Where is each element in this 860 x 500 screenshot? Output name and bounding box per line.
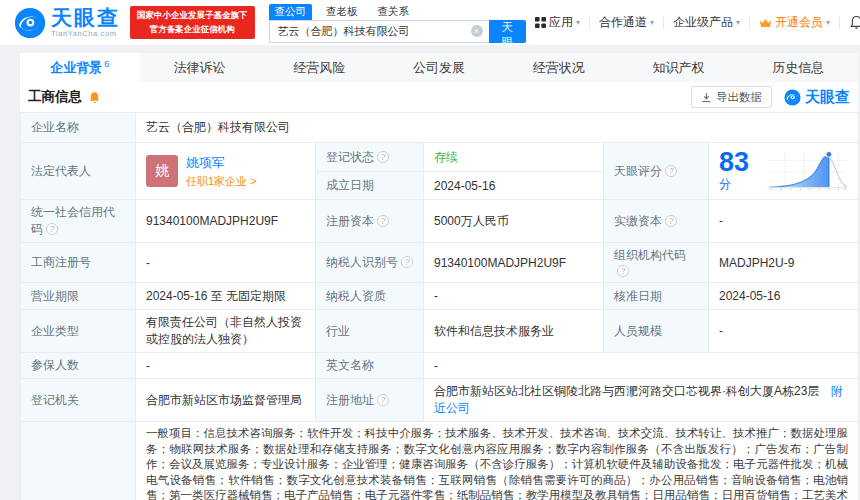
tab-operating-status[interactable]: 经营状况: [499, 53, 619, 82]
gov-certification-badge: 国家中小企业发展子基金旗下 官方备案企业征信机构: [130, 6, 255, 38]
legal-rep-companies-link[interactable]: 任职1家企业 >: [186, 175, 257, 187]
business-scope-value: 一般项目：信息技术咨询服务；软件开发；科技中介服务；技术服务、技术开发、技术咨询…: [136, 422, 859, 500]
search-button[interactable]: 天眼一下: [489, 20, 527, 43]
field-label-text: 组织机构代码: [614, 248, 686, 262]
table-row: 统一社会信用代码? 91340100MADJPH2U9F 注册资本? 5000万…: [21, 200, 859, 243]
tab-label: 公司发展: [413, 60, 465, 75]
gov-badge-line1: 国家中小企业发展子基金旗下: [137, 9, 248, 22]
subscribe-bell-icon[interactable]: [88, 91, 101, 104]
field-label-text: 统一社会信用代码: [31, 205, 115, 236]
table-row: 法定代表人 姚 姚项军 任职1家企业 > 登记状态? 存续 天眼评分? 83: [21, 143, 859, 172]
help-icon[interactable]: ?: [617, 265, 629, 277]
help-icon[interactable]: ?: [377, 215, 389, 227]
nav-item-vip[interactable]: 开通会员 ▾: [750, 14, 839, 31]
legal-rep-name-link[interactable]: 姚项军: [186, 154, 257, 172]
tab-intellectual-property[interactable]: 知识产权: [619, 53, 739, 82]
business-scope-label: 经营范围?: [21, 422, 136, 500]
help-icon[interactable]: ?: [665, 215, 677, 227]
search-tabs: 查公司 查老板 查关系: [269, 5, 527, 20]
table-row: 经营范围? 一般项目：信息技术咨询服务；软件开发；科技中介服务；技术服务、技术开…: [21, 422, 859, 500]
export-data-button[interactable]: 导出数据: [691, 86, 772, 108]
card-header-right: 导出数据 天眼查: [691, 86, 850, 108]
tab-label: 经营风险: [293, 60, 345, 75]
caret-down-icon: ▾: [576, 18, 580, 27]
nav-item-cooperation[interactable]: 合作通道 ▾: [590, 14, 663, 31]
tab-label: 经营状况: [533, 60, 585, 75]
score-marker-pin: [826, 152, 832, 158]
help-icon[interactable]: ?: [665, 165, 677, 177]
term-value: 2024-05-16 至 无固定期限: [136, 283, 316, 310]
search-tab-company[interactable]: 查公司: [269, 4, 313, 20]
watermark-brand: 天眼查: [805, 88, 850, 107]
nav-item-enterprise[interactable]: 企业级产品 ▾: [664, 14, 749, 31]
gov-badge-line2: 官方备案企业征信机构: [137, 23, 248, 36]
field-label-text: 纳税人识别号: [326, 255, 398, 269]
score-value: 83: [719, 147, 749, 177]
clear-icon[interactable]: ×: [471, 25, 483, 37]
table-row: 参保人数 - 英文名称 -: [21, 353, 859, 379]
tab-count-badge: 6: [104, 59, 109, 69]
org-code-value: MADJPH2U-9: [709, 243, 859, 283]
nav-item-apps[interactable]: 应用 ▾: [526, 14, 589, 31]
tab-operation-risk[interactable]: 经营风险: [259, 53, 379, 82]
notifications-bell[interactable]: [840, 15, 860, 30]
established-label: 成立日期: [316, 171, 424, 200]
tab-legal-litigation[interactable]: 法律诉讼: [140, 53, 260, 82]
card-header: 工商信息 导出数据 天眼查: [20, 82, 858, 112]
business-info-table: 企业名称 艺云（合肥）科技有限公司 法定代表人 姚 姚项军 任职1家企业 > 登…: [20, 112, 859, 500]
staff-size-value: -: [709, 310, 859, 353]
search-tab-relation[interactable]: 查关系: [372, 4, 416, 20]
en-name-value: -: [424, 353, 859, 379]
uscc-value: 91340100MADJPH2U9F: [136, 200, 316, 243]
table-row: 工商注册号 - 纳税人识别号? 91340100MADJPH2U9F 组织机构代…: [21, 243, 859, 283]
watermark-logo: 天眼查: [784, 88, 850, 107]
status-badge: 存续: [434, 150, 458, 164]
business-scope-text: 一般项目：信息技术咨询服务；软件开发；科技中介服务；技术服务、技术开发、技术咨询…: [146, 426, 848, 500]
tab-label: 法律诉讼: [174, 60, 226, 75]
authority-value: 合肥市新站区市场监督管理局: [136, 379, 316, 422]
search-tab-boss[interactable]: 查老板: [320, 4, 364, 20]
reg-status-value: 存续: [424, 143, 604, 172]
help-icon[interactable]: ?: [46, 223, 58, 235]
apps-grid-icon: [535, 17, 546, 28]
address-value: 合肥市新站区站北社区铜陵北路与西淝河路交口芯视界·科创大厦A栋23层: [434, 384, 819, 398]
tab-label: 历史信息: [772, 60, 824, 75]
paid-capital-value: -: [709, 200, 859, 243]
reg-status-label: 登记状态?: [316, 143, 424, 172]
established-value: 2024-05-16: [424, 171, 604, 200]
tianyancha-logo-icon: [14, 7, 46, 39]
tab-company-development[interactable]: 公司发展: [379, 53, 499, 82]
search-row: × 天眼一下: [269, 20, 527, 43]
tab-label: 知识产权: [652, 60, 704, 75]
taxpayer-id-label: 纳税人识别号?: [316, 243, 424, 283]
search-input[interactable]: [269, 20, 489, 43]
company-name-label: 企业名称: [21, 113, 136, 143]
tab-history-info[interactable]: 历史信息: [738, 53, 858, 82]
reg-capital-value: 5000万人民币: [424, 200, 604, 243]
tab-company-background[interactable]: 企业背景6: [20, 53, 140, 82]
avatar[interactable]: 姚: [146, 155, 178, 187]
industry-value: 软件和信息技术服务业: [424, 310, 604, 353]
help-icon[interactable]: ?: [377, 151, 389, 163]
score-label: 天眼评分?: [604, 143, 709, 200]
legal-rep-label: 法定代表人: [21, 143, 136, 200]
score-value-wrap: 83分: [719, 149, 759, 193]
help-icon[interactable]: ?: [377, 394, 389, 406]
help-icon[interactable]: ?: [401, 256, 413, 268]
score-unit: 分: [719, 177, 731, 191]
field-label-text: 登记状态: [326, 150, 374, 164]
tianyancha-logo[interactable]: 天眼查 TianYanCha.com: [14, 7, 120, 39]
en-name-label: 英文名称: [316, 353, 424, 379]
uscc-label: 统一社会信用代码?: [21, 200, 136, 243]
staff-size-label: 人员规模: [604, 310, 709, 353]
caret-down-icon: ▾: [826, 18, 830, 27]
taxpayer-quality-label: 纳税人资质: [316, 283, 424, 310]
paid-capital-label: 实缴资本?: [604, 200, 709, 243]
business-info-card: 工商信息 导出数据 天眼查 企业名称 艺云（合肥）科技有: [20, 82, 858, 500]
field-label-text: 实缴资本: [614, 214, 662, 228]
caret-down-icon: ▾: [650, 18, 654, 27]
insured-value: -: [136, 353, 316, 379]
export-label: 导出数据: [716, 90, 762, 105]
bell-icon: [849, 15, 860, 30]
reg-no-label: 工商注册号: [21, 243, 136, 283]
